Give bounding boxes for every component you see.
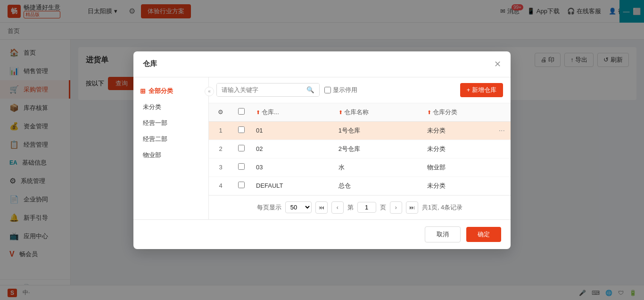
cell-name: 水 (333, 158, 422, 176)
per-page-label: 每页显示 (257, 203, 281, 212)
add-warehouse-button[interactable]: + 新增仓库 (460, 83, 503, 97)
modal-overlay: 仓库 ✕ ⊞ 全部分类 « 未分类 经营一部 经营二部 物业部 (0, 0, 644, 300)
per-page-select[interactable]: 50 10 20 100 (285, 201, 312, 213)
cell-code: 02 (250, 140, 333, 158)
modal-category-header[interactable]: ⊞ 全部分类 (133, 83, 208, 99)
cell-num: 1 (209, 121, 232, 140)
cancel-button[interactable]: 取消 (425, 226, 461, 242)
last-page-button[interactable]: ⏭ (406, 201, 418, 214)
cell-name: 1号仓库 (333, 121, 422, 140)
settings-icon: ⚙ (218, 108, 223, 116)
row-checkbox[interactable] (238, 163, 245, 170)
row-checkbox[interactable] (238, 145, 245, 151)
cell-category: 未分类 (421, 140, 511, 158)
cell-name: 2号仓库 (333, 140, 422, 158)
cell-cb (232, 121, 250, 140)
cell-name: 总仓 (333, 176, 422, 195)
modal-cat-unclassified[interactable]: 未分类 (133, 99, 208, 115)
th-checkbox (232, 103, 250, 122)
show-disabled-label[interactable]: 显示停用 (324, 86, 357, 94)
modal-cat-op2[interactable]: 经营二部 (133, 131, 208, 147)
warehouse-table: ⚙ ⬆仓库... ⬆仓库名称 ⬆仓库分类 (209, 103, 511, 195)
th-settings: ⚙ (209, 103, 232, 122)
cell-category: 未分类 (421, 176, 511, 195)
cell-cb (232, 158, 250, 176)
category-header-label: 全部分类 (149, 87, 173, 95)
th-name: ⬆仓库名称 (333, 103, 422, 122)
modal-title: 仓库 (143, 59, 157, 68)
next-page-button[interactable]: › (390, 201, 402, 214)
cell-code: 03 (250, 158, 333, 176)
modal-search-button[interactable]: 🔍 (302, 83, 319, 96)
confirm-button[interactable]: 确定 (466, 227, 501, 242)
cell-cb (232, 140, 250, 158)
row-checkbox[interactable] (238, 182, 245, 188)
th-code: ⬆仓库... (250, 103, 333, 122)
table-row[interactable]: 1 01 1号仓库 未分类 ··· (209, 121, 511, 140)
warehouse-modal: 仓库 ✕ ⊞ 全部分类 « 未分类 经营一部 经营二部 物业部 (133, 51, 511, 249)
sort-icon-name: ⬆ (339, 109, 343, 115)
modal-pagination: 每页显示 50 10 20 100 ⏮ ‹ 第 页 › ⏭ 共1页, 4条记录 (209, 195, 511, 219)
modal-close-button[interactable]: ✕ (494, 59, 501, 69)
table-row[interactable]: 4 DEFAULT 总仓 未分类 (209, 176, 511, 195)
cell-category: 未分类 ··· (421, 121, 511, 140)
row-actions-button[interactable]: ··· (499, 126, 505, 135)
modal-header: 仓库 ✕ (133, 51, 511, 77)
modal-sidebar: ⊞ 全部分类 « 未分类 经营一部 经营二部 物业部 (133, 77, 209, 219)
modal-search-box: 🔍 (216, 83, 320, 97)
grid-icon: ⊞ (140, 87, 146, 95)
table-row[interactable]: 3 03 水 物业部 (209, 158, 511, 176)
cell-category: 物业部 (421, 158, 511, 176)
page-total: 共1页, 4条记录 (422, 203, 463, 212)
show-disabled-checkbox[interactable] (324, 87, 331, 93)
modal-cat-op1[interactable]: 经营一部 (133, 115, 208, 131)
cell-code: 01 (250, 121, 333, 140)
table-header-row: ⚙ ⬆仓库... ⬆仓库名称 ⬆仓库分类 (209, 103, 511, 122)
prev-page-button[interactable]: ‹ (331, 201, 344, 214)
modal-footer: 取消 确定 (133, 219, 511, 249)
modal-search-input[interactable] (217, 83, 302, 96)
table-body: 1 01 1号仓库 未分类 ··· 2 (209, 121, 511, 195)
cell-num: 3 (209, 158, 232, 176)
table-head: ⚙ ⬆仓库... ⬆仓库名称 ⬆仓库分类 (209, 103, 511, 122)
show-disabled-text: 显示停用 (333, 86, 357, 94)
modal-body: ⊞ 全部分类 « 未分类 经营一部 经营二部 物业部 🔍 (133, 77, 511, 219)
page-number-input[interactable] (357, 202, 376, 213)
cell-num: 2 (209, 140, 232, 158)
cell-num: 4 (209, 176, 232, 195)
modal-main-area: 🔍 显示停用 + 新增仓库 ⚙ (209, 77, 511, 219)
th-category: ⬆仓库分类 (421, 103, 511, 122)
page-unit: 页 (380, 203, 386, 212)
select-all-checkbox[interactable] (238, 108, 245, 115)
table-row[interactable]: 2 02 2号仓库 未分类 (209, 140, 511, 158)
cell-cb (232, 176, 250, 195)
warehouse-table-container: ⚙ ⬆仓库... ⬆仓库名称 ⬆仓库分类 (209, 103, 511, 195)
page-label: 第 (347, 203, 354, 212)
cell-code: DEFAULT (250, 176, 333, 195)
first-page-button[interactable]: ⏮ (315, 201, 328, 214)
modal-collapse-button[interactable]: « (205, 87, 214, 96)
row-checkbox[interactable] (238, 126, 245, 133)
modal-cat-property[interactable]: 物业部 (133, 147, 208, 163)
sort-icon: ⬆ (256, 109, 260, 115)
sort-icon-cat: ⬆ (427, 109, 431, 115)
modal-toolbar: 🔍 显示停用 + 新增仓库 (209, 77, 511, 103)
